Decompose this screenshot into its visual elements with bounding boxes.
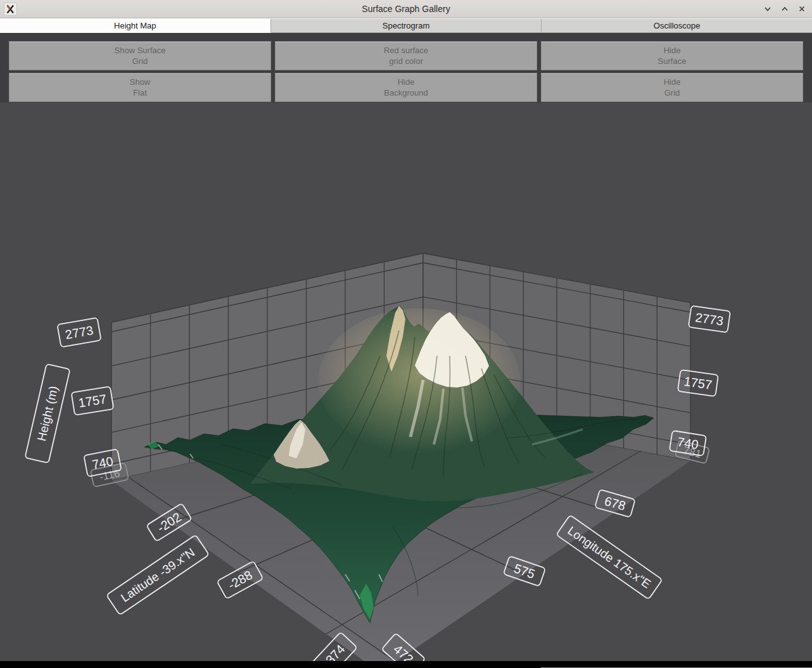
close-button[interactable]: [797, 4, 807, 14]
close-icon: [797, 4, 806, 13]
shade-button[interactable]: [763, 4, 773, 14]
show-flat-button[interactable]: Show Flat: [9, 73, 271, 102]
app-window: Surface Graph Gallery Height Map Spectro…: [0, 0, 812, 668]
height-map-pane: Show Surface Grid Red surface grid color…: [0, 33, 812, 661]
surface-controls-toolbar: Show Surface Grid Red surface grid color…: [0, 33, 812, 102]
red-surface-grid-color-button[interactable]: Red surface grid color: [275, 41, 537, 70]
hide-surface-button[interactable]: Hide Surface: [541, 41, 803, 70]
taskbar-strip: [0, 661, 812, 668]
unshade-button[interactable]: [780, 4, 790, 14]
window-title: Surface Graph Gallery: [0, 0, 812, 18]
tab-height-map[interactable]: Height Map: [0, 19, 271, 33]
tab-spectrogram[interactable]: Spectrogram: [271, 19, 542, 33]
window-controls: [763, 0, 807, 18]
titlebar: Surface Graph Gallery: [0, 0, 812, 18]
surface-graph-canvas[interactable]: 27731757Height (m)-116740-202Latitude -3…: [0, 103, 812, 661]
hide-grid-button[interactable]: Hide Grid: [541, 73, 803, 102]
show-surface-grid-button[interactable]: Show Surface Grid: [9, 41, 271, 70]
chevron-down-icon: [763, 4, 772, 13]
tab-oscilloscope[interactable]: Oscilloscope: [542, 19, 812, 33]
chevron-up-icon: [780, 4, 789, 13]
hide-background-button[interactable]: Hide Background: [275, 73, 537, 102]
tab-bar: Height Map Spectrogram Oscilloscope: [0, 18, 812, 33]
